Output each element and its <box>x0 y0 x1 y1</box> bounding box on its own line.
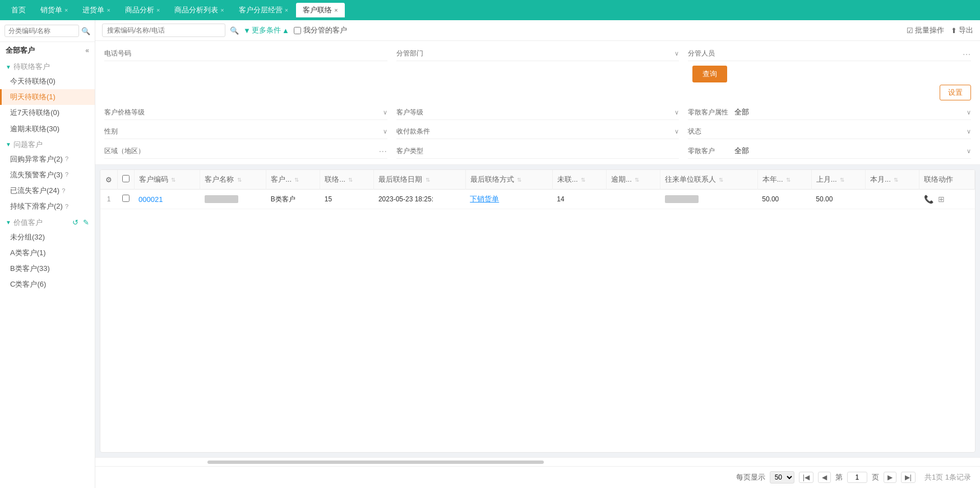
export-button[interactable]: ⬆ 导出 <box>951 25 973 35</box>
sidebar-item-class-a[interactable]: A类客户(1) <box>0 245 95 261</box>
nav-product-analysis-list[interactable]: 商品分析列表 × <box>168 3 230 17</box>
more-icon[interactable]: ··· <box>963 49 971 58</box>
nav-customer-contact[interactable]: 客户联络 × <box>296 3 344 17</box>
sidebar-item-today-pending[interactable]: 今天待联络(0) <box>0 73 95 89</box>
person-value[interactable]: ··· <box>734 49 971 58</box>
select-all-checkbox[interactable] <box>122 175 130 182</box>
sort-icon[interactable]: ⇅ <box>581 177 585 183</box>
edit-icon[interactable]: ✎ <box>83 218 89 227</box>
last-page-button[interactable]: ▶| <box>901 472 916 483</box>
sort-icon[interactable]: ⇅ <box>426 177 430 183</box>
grid-action-icon[interactable]: ⊞ <box>938 195 945 204</box>
sidebar-item-class-c[interactable]: C类客户(6) <box>0 277 95 292</box>
all-customers-section[interactable]: 全部客户 « <box>0 42 95 59</box>
sidebar-item-tomorrow-pending[interactable]: 明天待联络(1) <box>0 89 95 105</box>
my-customers-checkbox[interactable] <box>294 27 301 34</box>
help-icon[interactable]: ? <box>65 171 68 179</box>
phone-action-icon[interactable]: 📞 <box>924 195 933 204</box>
nav-customer-stratification[interactable]: 客户分层经营 × <box>232 3 295 17</box>
sort-icon[interactable]: ⇅ <box>894 177 898 183</box>
export-icon: ⬆ <box>951 26 957 35</box>
sort-icon[interactable]: ⇅ <box>517 177 521 183</box>
more-conditions-button[interactable]: ▼ 更多条件 ▲ <box>243 25 289 35</box>
sort-icon[interactable]: ⇅ <box>171 177 175 183</box>
first-page-button[interactable]: |◀ <box>799 472 813 483</box>
gender-value[interactable]: ∨ <box>151 128 387 135</box>
main-search-button[interactable]: 🔍 <box>230 26 239 35</box>
pending-group-label: 待联络客户 <box>13 62 50 72</box>
sidebar-item-declining[interactable]: 持续下滑客户(2) ? <box>0 199 95 214</box>
pending-group: ▼ 待联络客户 <box>0 59 95 73</box>
prev-page-button[interactable]: ◀ <box>818 472 831 483</box>
nav-sales-order[interactable]: 销货单 × <box>34 3 75 17</box>
col-last-month: 上月... ⇅ <box>811 170 865 190</box>
sort-icon[interactable]: ⇅ <box>719 177 723 183</box>
collapse-icon[interactable]: « <box>85 47 89 54</box>
sidebar-item-7days-pending[interactable]: 近7天待联络(0) <box>0 105 95 121</box>
nav-product-analysis[interactable]: 商品分析 × <box>118 3 167 17</box>
row-checkbox[interactable] <box>122 195 130 202</box>
sort-icon[interactable]: ⇅ <box>635 177 639 183</box>
payment-value[interactable]: ∨ <box>443 128 679 135</box>
page-size-label: 每页显示 <box>736 472 765 482</box>
row-num: 1 <box>100 190 117 209</box>
nav-product-analysis-list-label: 商品分析列表 <box>174 5 218 15</box>
sort-icon[interactable]: ⇅ <box>237 177 242 183</box>
customer-table: ⚙ 客户编码 ⇅ 客户名称 ⇅ <box>100 170 975 209</box>
chevron-up-icon: ▲ <box>282 26 289 35</box>
sidebar-item-ungrouped[interactable]: 未分组(32) <box>0 229 95 245</box>
row-checkbox-cell[interactable] <box>117 190 134 209</box>
retail-attr-value[interactable]: 全部 ∨ <box>734 107 971 117</box>
refresh-icon[interactable]: ↺ <box>72 218 78 227</box>
sidebar-item-overdue-pending[interactable]: 逾期未联络(30) <box>0 121 95 137</box>
sort-icon[interactable]: ⇅ <box>840 177 844 183</box>
scroll-thumb[interactable] <box>207 461 544 464</box>
help-icon[interactable]: ? <box>62 187 65 195</box>
sidebar-item-churned[interactable]: 已流失客户(24) ? <box>0 183 95 199</box>
close-icon[interactable]: × <box>107 7 110 13</box>
batch-operation-button[interactable]: ☑ 批量操作 <box>907 25 944 35</box>
close-icon[interactable]: × <box>285 7 288 13</box>
gear-icon[interactable]: ⚙ <box>105 176 112 184</box>
sort-icon[interactable]: ⇅ <box>348 177 353 183</box>
customer-code-link[interactable]: 000021 <box>138 195 163 204</box>
sidebar-item-class-b[interactable]: B类客户(33) <box>0 261 95 277</box>
close-icon[interactable]: × <box>220 7 224 13</box>
status-value[interactable]: ∨ <box>734 128 971 135</box>
col-customer-type: 客户... ⇅ <box>266 170 320 190</box>
price-level-value[interactable]: ∨ <box>151 109 387 116</box>
sidebar-item-churn-warning[interactable]: 流失预警客户(3) ? <box>0 167 95 183</box>
sort-icon[interactable]: ⇅ <box>294 177 299 183</box>
more-icon[interactable]: ··· <box>379 146 387 155</box>
close-icon[interactable]: × <box>64 7 68 13</box>
page-number-input[interactable] <box>847 472 867 483</box>
last-contact-method-link[interactable]: 下销货单 <box>470 195 499 203</box>
close-icon[interactable]: × <box>334 7 338 13</box>
sort-icon[interactable]: ⇅ <box>786 177 791 183</box>
main-search-input[interactable] <box>102 24 225 37</box>
dept-value[interactable]: ∨ <box>443 50 679 57</box>
page-size-select[interactable]: 50 <box>770 471 794 484</box>
sidebar-item-repurchase-abnormal[interactable]: 回购异常客户(2) ? <box>0 151 95 167</box>
horizontal-scrollbar[interactable] <box>95 457 980 466</box>
set-button[interactable]: 设置 <box>940 85 971 100</box>
sidebar-search-input[interactable] <box>4 25 79 37</box>
close-icon[interactable]: × <box>156 7 160 13</box>
help-icon[interactable]: ? <box>65 202 68 211</box>
customer-level-value[interactable]: ∨ <box>443 109 679 116</box>
nav-home[interactable]: 首页 <box>4 3 33 17</box>
filter-phone: 电话号码 <box>104 47 387 61</box>
help-icon[interactable]: ? <box>65 155 68 163</box>
nav-purchase-order[interactable]: 进货单 × <box>76 3 117 17</box>
nav-purchase-order-label: 进货单 <box>82 5 104 15</box>
checkbox-column-header[interactable] <box>117 170 134 190</box>
region-value[interactable]: ··· <box>151 146 387 155</box>
chevron-down-icon: ∨ <box>674 109 679 116</box>
settings-column-header[interactable]: ⚙ <box>100 170 117 190</box>
sidebar-search-button[interactable]: 🔍 <box>81 27 90 35</box>
retail-customer-value[interactable]: 全部 ∨ <box>734 146 971 156</box>
query-button[interactable]: 查询 <box>692 66 727 82</box>
chevron-down-icon: ∨ <box>674 128 679 135</box>
my-customers-checkbox-label[interactable]: 我分管的客户 <box>294 25 347 35</box>
next-page-button[interactable]: ▶ <box>884 472 896 483</box>
